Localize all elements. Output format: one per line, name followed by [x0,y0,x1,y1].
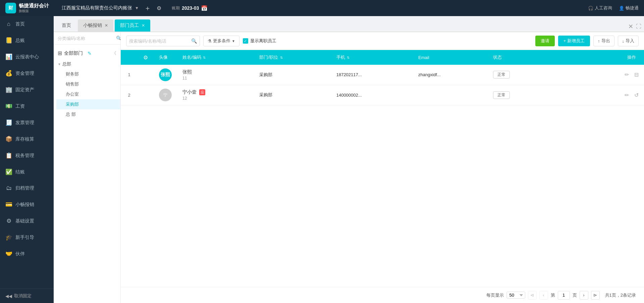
filter-button[interactable]: ⚗ 更多条件 ▼ [203,36,239,46]
tab-employee[interactable]: 部门员工 ✕ [115,19,150,32]
import-button[interactable]: ↓ 导入 [618,36,639,46]
prev-page-button[interactable]: ‹ [539,291,548,300]
user-profile[interactable]: 👤 畅捷通 [619,5,639,11]
emp-search-icon[interactable]: 🔍 [191,38,197,44]
sidebar-item-payroll[interactable]: 💵 工资 [0,98,54,114]
row-email-2 [413,85,488,105]
all-dept-item[interactable]: ⊞ 全部部门 ✎ 《 [54,47,120,59]
dept-tree: ⊞ 全部部门 ✎ 《 ▼ 总部 财务部 销 [54,45,120,303]
sidebar-item-settings[interactable]: ⚙ 基础设置 [0,213,54,229]
sidebar-item-tax[interactable]: 📋 税务管理 [0,147,54,164]
col-name-label: 姓名/编码 [182,55,201,60]
col-phone-label: 手机 [336,55,345,60]
add-employee-button[interactable]: + 新增员工 [558,36,590,46]
dept-sales-label: 销售部 [66,82,79,87]
sidebar-item-inventory[interactable]: 📦 库存核算 [0,131,54,147]
page-label: 页 [573,292,577,298]
next-page-button[interactable]: › [580,291,588,300]
grid-icon: ⊞ [58,50,62,56]
consult-button[interactable]: 🎧 人工咨询 [588,5,612,11]
dept-group-header[interactable]: ▼ 总部 [56,59,120,69]
logo-text-group: 畅捷通好会计 旗舰版 [19,3,49,13]
emp-badge-2: 应 [199,89,205,95]
avatar-green-1: 张熙 [159,68,172,81]
page-number-input[interactable] [558,291,570,300]
export-button[interactable]: ↑ 导出 [593,36,614,46]
page-di-label: 第 [551,292,555,298]
dept-edit-icon[interactable]: ✎ [88,51,92,56]
sidebar-item-reports[interactable]: 📊 云报表中心 [0,49,54,65]
company-name: 江西服宝精品有限责任公司内账张 [62,5,132,11]
sidebar-label-tax: 税务管理 [15,153,34,159]
sidebar-label-partner: 伙伴 [15,251,25,257]
emp-search-input[interactable] [129,39,191,44]
show-resigned-toggle[interactable]: ✓ 显示离职员工 [243,38,276,44]
per-page-select[interactable]: 50 10 20 100 [506,292,525,299]
sidebar-label-funds: 资金管理 [15,70,34,77]
col-dept-label: 部门/职位 [259,55,278,60]
col-settings-icon[interactable]: ⚙ [143,55,148,60]
col-name[interactable]: 姓名/编码 ⇅ [177,50,254,65]
logout-icon-1[interactable]: ⊟ [634,72,639,78]
tab-employee-close-icon[interactable]: ✕ [142,23,145,28]
sidebar-item-closing[interactable]: ✅ 结账 [0,164,54,180]
sidebar-label-assets: 固定资产 [15,87,34,93]
sidebar-label-reports: 云报表中心 [15,54,39,60]
col-phone[interactable]: 手机 ⇅ [331,50,413,65]
sidebar-item-archive[interactable]: 🗂 归档管理 [0,180,54,196]
tab-employee-label: 部门员工 [120,22,139,29]
row-ops-2: ✏ ↺ [579,85,644,105]
new-tab-button[interactable]: ＋ [143,3,152,13]
unpin-button[interactable]: ◀◀ 取消固定 [0,289,54,303]
row-email-1: zhangxidf... [413,65,488,85]
company-selector[interactable]: 江西服宝精品有限责任公司内账张 ▼ [62,5,139,11]
calendar-icon[interactable]: 📅 [201,5,208,11]
headset-icon: 🎧 [588,6,593,11]
app-name: 畅捷通好会计 [19,3,49,9]
tab-close-all-icon[interactable]: ✕ [628,23,633,30]
dept-child-hq[interactable]: 总 部 [56,109,120,119]
sidebar-item-guide[interactable]: 🎓 新手引导 [0,229,54,246]
sidebar-label-closing: 结账 [15,169,25,175]
col-settings[interactable]: ⚙ [138,50,154,65]
edit-icon-1[interactable]: ✏ [625,72,629,78]
reports-icon: 📊 [5,53,12,60]
dept-search-input[interactable] [58,36,114,41]
col-status: 状态 [488,50,579,65]
tab-expand-icon[interactable]: ⛶ [636,23,641,30]
sidebar-item-partner[interactable]: 🤝 伙伴 [0,246,54,262]
dept-child-office[interactable]: 办公室 [56,89,120,99]
tab-expense-close-icon[interactable]: ✕ [105,23,108,28]
dept-collapse-icon[interactable]: 《 [112,50,116,56]
sidebar-item-ledger[interactable]: 📒 总账 [0,32,54,49]
dept-child-purchase[interactable]: 采购部 [56,99,120,109]
sidebar-item-invoice[interactable]: 🧾 发票管理 [0,114,54,131]
dept-group-label: 总部 [62,61,71,67]
refresh-icon-2[interactable]: ↺ [634,92,639,98]
edit-icon-2[interactable]: ✏ [625,92,629,98]
row-phone-1: 187202117... [331,65,413,85]
invite-button[interactable]: 邀请 [535,36,555,46]
archive-icon: 🗂 [5,185,12,192]
user-name: 畅捷通 [626,5,639,11]
avatar-gray-2: 宁 [159,89,172,101]
filter-dropdown-icon: ▼ [232,39,235,43]
sidebar-item-expense[interactable]: 💳 小畅报销 [0,196,54,213]
invoice-icon: 🧾 [5,119,12,126]
dept-search-icon[interactable]: 🔍 [116,36,121,41]
first-page-button[interactable]: ⊲ [528,291,537,300]
tab-expense[interactable]: 小畅报销 ✕ [78,19,113,32]
dept-child-finance[interactable]: 财务部 [56,69,120,79]
sidebar-label-ledger: 总账 [15,38,25,44]
col-ops: 操作 [579,50,644,65]
tab-home[interactable]: 首页 [56,19,76,32]
expense-icon: 💳 [5,201,12,208]
dept-child-sales[interactable]: 销售部 [56,79,120,89]
settings-gear-icon[interactable]: ⚙ [154,3,164,13]
sidebar-item-home[interactable]: ⌂ 首页 [0,16,54,32]
sidebar-item-funds[interactable]: 💰 资金管理 [0,65,54,82]
sidebar-item-assets[interactable]: 🏢 固定资产 [0,82,54,98]
last-page-button[interactable]: ⊳ [591,291,600,300]
col-dept[interactable]: 部门/职位 ⇅ [254,50,331,65]
closing-icon: ✅ [5,168,12,175]
